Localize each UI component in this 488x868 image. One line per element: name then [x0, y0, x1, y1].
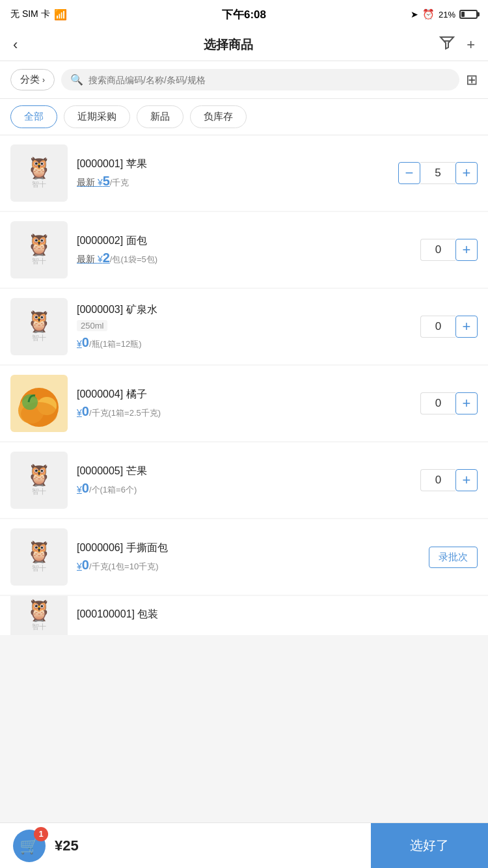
search-icon: 🔍	[70, 74, 83, 86]
tab-new[interactable]: 新品	[137, 105, 183, 128]
quantity-plus-button[interactable]: +	[455, 162, 478, 184]
product-image	[10, 375, 68, 432]
product-info: [0000003] 矿泉水 250ml ¥0/瓶(1箱=12瓶)	[77, 303, 411, 350]
product-price: ¥0/千克(1箱=2.5千克)	[77, 404, 411, 419]
alarm-icon: ⏰	[422, 8, 435, 20]
product-info: [0000001] 苹果 最新 ¥5/千克	[77, 157, 389, 189]
back-button[interactable]: ‹	[13, 36, 18, 53]
list-item: 🦉 智十 [0000001] 苹果 最新 ¥5/千克 − +	[0, 135, 488, 211]
quantity-control: − +	[398, 162, 478, 184]
scan-icon[interactable]: ⊞	[466, 72, 478, 88]
product-info: [000100001] 包装	[77, 608, 478, 624]
cart-area: 🛒 1 ¥25	[0, 830, 92, 862]
wifi-icon: 📶	[54, 8, 67, 21]
product-image: 🦉 智十	[10, 596, 68, 635]
product-image: 🦉 智十	[10, 144, 68, 202]
category-chevron-icon: ›	[42, 75, 45, 85]
product-name: [0000003] 矿泉水	[77, 303, 411, 317]
product-name: [0000001] 苹果	[77, 157, 389, 171]
tabs-row: 全部 近期采购 新品 负库存	[0, 99, 488, 135]
product-price: 最新 ¥5/千克	[77, 174, 389, 189]
page-title: 选择商品	[204, 36, 253, 53]
product-name: [0000005] 芒果	[77, 465, 411, 478]
cart-badge: 1	[34, 827, 48, 841]
quantity-control: +	[420, 469, 478, 491]
nav-bar: ‹ 选择商品 +	[0, 29, 488, 61]
product-image: 🦉 智十	[10, 528, 68, 586]
tab-all[interactable]: 全部	[10, 105, 57, 128]
search-bar: 🔍	[61, 69, 459, 90]
quantity-control: +	[420, 239, 478, 261]
filter-row: 分类 › 🔍 ⊞	[0, 61, 488, 99]
record-batch-button[interactable]: 录批次	[429, 547, 478, 568]
list-item: [0000004] 橘子 ¥0/千克(1箱=2.5千克) +	[0, 366, 488, 441]
quantity-plus-button[interactable]: +	[455, 469, 478, 491]
quantity-input[interactable]	[420, 162, 455, 184]
search-input[interactable]	[88, 75, 450, 85]
product-info: [0000005] 芒果 ¥0/个(1箱=6个)	[77, 465, 411, 496]
quantity-input[interactable]	[420, 392, 455, 414]
add-button[interactable]: +	[467, 36, 475, 53]
product-price: ¥0/千克(1包=10千克)	[77, 558, 420, 573]
owl-icon: 🦉	[26, 465, 52, 485]
quantity-input[interactable]	[420, 469, 455, 491]
quantity-minus-button[interactable]: −	[398, 162, 420, 184]
carrier-text: 无 SIM 卡	[10, 8, 50, 20]
product-spec: 250ml	[77, 320, 107, 331]
quantity-plus-button[interactable]: +	[455, 316, 478, 338]
product-image: 🦉 智十	[10, 452, 68, 509]
owl-icon: 🦉	[26, 600, 52, 621]
product-name: [000100001] 包装	[77, 608, 478, 621]
list-item: 🦉 智十 [0000006] 手撕面包 ¥0/千克(1包=10千克) 录批次	[0, 519, 488, 595]
category-button[interactable]: 分类 ›	[10, 69, 55, 90]
product-name: [0000004] 橘子	[77, 388, 411, 401]
product-image: 🦉 智十	[10, 298, 68, 355]
owl-icon: 🦉	[26, 541, 52, 562]
tab-recent[interactable]: 近期采购	[64, 105, 130, 128]
product-info: [0000006] 手撕面包 ¥0/千克(1包=10千克)	[77, 541, 420, 573]
location-icon: ➤	[411, 9, 418, 20]
cart-total: ¥25	[55, 837, 79, 854]
product-info: [0000002] 面包 最新 ¥2/包(1袋=5包)	[77, 234, 411, 265]
product-name: [0000002] 面包	[77, 234, 411, 248]
quantity-control: +	[420, 392, 478, 414]
category-label: 分类	[20, 74, 40, 86]
product-info: [0000004] 橘子 ¥0/千克(1箱=2.5千克)	[77, 388, 411, 419]
quantity-control: +	[420, 316, 478, 338]
status-time: 下午6:08	[222, 7, 266, 22]
quantity-input[interactable]	[420, 316, 455, 338]
list-item: 🦉 智十 [0000002] 面包 最新 ¥2/包(1袋=5包) +	[0, 212, 488, 288]
nav-actions: +	[439, 36, 475, 54]
product-price: 最新 ¥2/包(1袋=5包)	[77, 251, 411, 265]
filter-icon[interactable]	[439, 36, 455, 54]
owl-icon: 🦉	[26, 311, 52, 332]
owl-icon: 🦉	[26, 234, 52, 255]
product-name: [0000006] 手撕面包	[77, 541, 420, 555]
list-item: 🦉 智十 [0000003] 矿泉水 250ml ¥0/瓶(1箱=12瓶) +	[0, 289, 488, 364]
status-right: ➤ ⏰ 21%	[411, 8, 478, 20]
product-price: ¥0/瓶(1箱=12瓶)	[77, 335, 411, 350]
product-image: 🦉 智十	[10, 221, 68, 278]
list-item: 🦉 智十 [000100001] 包装	[0, 596, 488, 635]
battery-icon	[459, 10, 478, 19]
confirm-button[interactable]: 选好了	[371, 823, 488, 869]
quantity-input[interactable]	[420, 239, 455, 261]
status-left: 无 SIM 卡 📶	[10, 8, 67, 21]
product-price: ¥0/个(1箱=6个)	[77, 481, 411, 496]
bottom-bar: 🛒 1 ¥25 选好了	[0, 822, 488, 868]
battery-percent: 21%	[439, 10, 455, 20]
product-list: 🦉 智十 [0000001] 苹果 最新 ¥5/千克 − + 🦉 智十 [000…	[0, 135, 488, 688]
status-bar: 无 SIM 卡 📶 下午6:08 ➤ ⏰ 21%	[0, 0, 488, 29]
cart-button[interactable]: 🛒 1	[13, 830, 46, 862]
list-item: 🦉 智十 [0000005] 芒果 ¥0/个(1箱=6个) +	[0, 442, 488, 518]
quantity-plus-button[interactable]: +	[455, 239, 478, 261]
tab-negative[interactable]: 负库存	[190, 105, 247, 128]
owl-icon: 🦉	[26, 157, 52, 178]
quantity-plus-button[interactable]: +	[455, 392, 478, 414]
